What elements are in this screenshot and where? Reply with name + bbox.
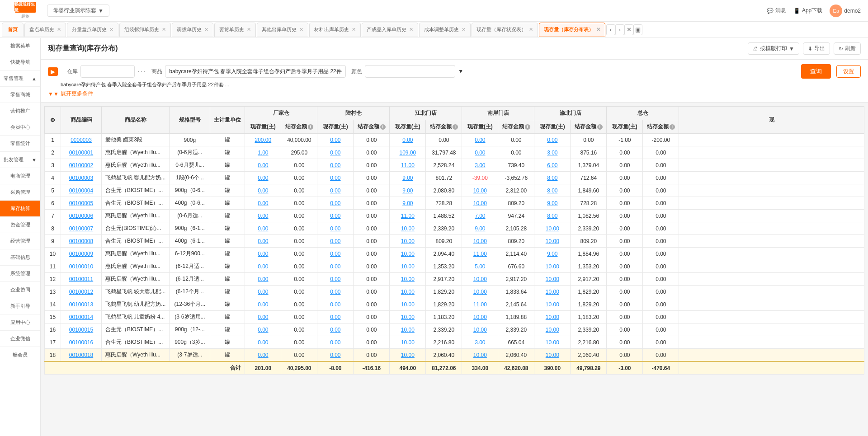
cell-lucun-qty: 0.00 [317, 172, 354, 184]
cell-nanan-qty: 9.00 [462, 222, 498, 235]
cell-nanan-amt: 2,312.00 [498, 184, 534, 197]
tab-product-in[interactable]: 产成品入库单历史 ✕ [362, 23, 418, 37]
sidebar-item-purchase[interactable]: 采购管理 [0, 184, 40, 201]
tab-stock-status[interactable]: 现存量（库存状况表） ✕ [472, 23, 538, 37]
code-link[interactable]: 00100006 [69, 213, 93, 219]
code-link[interactable]: 00100005 [69, 200, 93, 206]
orange-expand-btn[interactable]: ▶ [48, 67, 58, 76]
info-icon[interactable]: i [670, 124, 675, 130]
cell-code: 00100009 [61, 248, 102, 260]
print-btn[interactable]: 🖨 按模版打印 ▼ [748, 42, 799, 55]
info-icon[interactable]: i [308, 124, 313, 130]
code-link[interactable]: 00100012 [69, 289, 93, 295]
sidebar-item-wholesale[interactable]: 批发管理 ▼ [0, 152, 40, 168]
tab-stock-dist[interactable]: 现存量（库存分布表） ✕ [539, 23, 605, 37]
sidebar-item-member2[interactable]: 畅会员 [0, 347, 40, 363]
cell-name: 惠氏启醒（Wyeth illu... [102, 159, 170, 172]
code-link[interactable]: 00100003 [69, 175, 93, 181]
code-link[interactable]: 00100013 [69, 301, 93, 308]
info-icon[interactable]: i [525, 124, 530, 130]
close-icon[interactable]: ✕ [204, 27, 208, 33]
tab-split-check[interactable]: 分量盘点单历史 ✕ [67, 23, 118, 37]
sidebar-item-management[interactable]: 经营管理 [0, 233, 40, 249]
sidebar-item-member[interactable]: 会员中心 [0, 119, 40, 136]
code-link[interactable]: 00100007 [69, 225, 93, 232]
cell-seq: 10 [45, 248, 61, 260]
sidebar-item-retail-mall[interactable]: 零售商城 [0, 87, 40, 103]
sidebar-item-finance[interactable]: 资金管理 [0, 217, 40, 233]
sidebar-item-ecommerce[interactable]: 电商管理 [0, 168, 40, 184]
export-btn[interactable]: ⬇ 导出 [803, 42, 830, 55]
user-area[interactable]: Ea demo2 [830, 5, 861, 17]
close-icon[interactable]: ✕ [596, 27, 600, 33]
close-icon[interactable]: ✕ [352, 27, 356, 33]
close-icon[interactable]: ✕ [109, 27, 113, 33]
sidebar-item-system[interactable]: 系统管理 [0, 266, 40, 282]
code-link[interactable]: 00100015 [69, 327, 93, 333]
tab-transfer[interactable]: 调拨单历史 ✕ [172, 23, 213, 37]
code-link[interactable]: 00100010 [69, 263, 93, 270]
close-icon[interactable]: ✕ [529, 27, 533, 33]
info-icon[interactable]: i [453, 124, 458, 130]
sidebar-item-marketing[interactable]: 营销推广 [0, 103, 40, 119]
tab-assembly[interactable]: 组装拆卸单历史 ✕ [119, 23, 171, 37]
sidebar-item-app[interactable]: 应用中心 [0, 314, 40, 331]
tab-requisition[interactable]: 要货单历史 ✕ [214, 23, 256, 37]
code-link[interactable]: 00100018 [69, 352, 93, 358]
sidebar-item-stock[interactable]: 库存核算 [0, 201, 40, 217]
close-icon[interactable]: ✕ [57, 27, 61, 33]
product-input[interactable] [165, 65, 346, 78]
expand-more-btn[interactable]: ▼▼ 展开更多条件 [48, 90, 861, 98]
code-link[interactable]: 00100002 [69, 162, 93, 169]
tab-other-out[interactable]: 其他出库单历史 ✕ [257, 23, 308, 37]
tab-close-all-btn[interactable]: ✕ [624, 24, 633, 35]
refresh-btn[interactable]: ↻ 刷新 [834, 42, 861, 55]
close-icon[interactable]: ✕ [462, 27, 466, 33]
sidebar-item-basic[interactable]: 基础信息 [0, 249, 40, 266]
close-icon[interactable]: ✕ [299, 27, 303, 33]
close-icon[interactable]: ✕ [247, 27, 251, 33]
code-link[interactable]: 00100004 [69, 188, 93, 194]
settings-gear-icon[interactable]: ⚙ [50, 117, 55, 123]
code-link[interactable]: 00100014 [69, 314, 93, 320]
sidebar-item-guide[interactable]: 新手引导 [0, 298, 40, 314]
tab-home[interactable]: 首页 [2, 23, 24, 37]
cell-unit: 罐 [210, 172, 245, 184]
tab-expand-btn[interactable]: ▣ [633, 24, 642, 35]
tab-material-out[interactable]: 材料出库单历史 ✕ [309, 23, 361, 37]
tab-cost-adjust[interactable]: 成本调整单历史 ✕ [419, 23, 471, 37]
code-link[interactable]: 00100011 [69, 276, 93, 282]
warehouse-input[interactable] [80, 65, 135, 78]
cell-nanan-qty: 11.00 [462, 248, 498, 260]
code-link[interactable]: 00100016 [69, 339, 93, 346]
cell-yubei-amt: 875.16 [571, 146, 607, 159]
cell-changjiacao-amt: 0.00 [281, 222, 317, 235]
tab-prev-btn[interactable]: ‹ [606, 24, 615, 35]
sidebar-item-enterprise[interactable]: 企业协同 [0, 282, 40, 298]
tab-inventory-check[interactable]: 盘点单历史 ✕ [24, 23, 66, 37]
settings-btn[interactable]: 设置 [836, 65, 861, 78]
code-link[interactable]: 00100009 [69, 251, 93, 257]
app-download-btn[interactable]: 📱 App下载 [793, 7, 822, 14]
industry-selector[interactable]: 母婴行业演示陈套 ▼ [47, 5, 109, 17]
info-icon[interactable]: i [380, 124, 386, 130]
info-icon[interactable]: i [597, 124, 603, 130]
cell-changjiacao-qty: 0.00 [245, 349, 281, 362]
sidebar-item-retail-stats[interactable]: 零售统计 [0, 136, 40, 152]
sidebar-item-wechat[interactable]: 企业微信 [0, 331, 40, 347]
code-link[interactable]: 0000003 [71, 137, 92, 143]
messages-btn[interactable]: 💬 消息 [767, 7, 786, 14]
cell-nanan-qty: 3.00 [462, 159, 498, 172]
tab-next-btn[interactable]: › [615, 24, 624, 35]
code-link[interactable]: 00100001 [69, 150, 93, 156]
cell-yubei-qty: 10.00 [534, 349, 571, 362]
close-icon[interactable]: ✕ [162, 27, 166, 33]
search-btn[interactable]: 查询 [801, 64, 831, 79]
cell-yubei-amt: 1,849.60 [571, 184, 607, 197]
close-icon[interactable]: ✕ [409, 27, 413, 33]
sidebar-item-retail[interactable]: 零售管理 ▲ [0, 70, 40, 87]
sidebar-item-quick-nav[interactable]: 快捷导航 [0, 54, 40, 70]
sidebar-item-search[interactable]: 搜索英单 [0, 38, 40, 54]
code-link[interactable]: 00100008 [69, 238, 93, 244]
color-input[interactable] [365, 65, 455, 78]
